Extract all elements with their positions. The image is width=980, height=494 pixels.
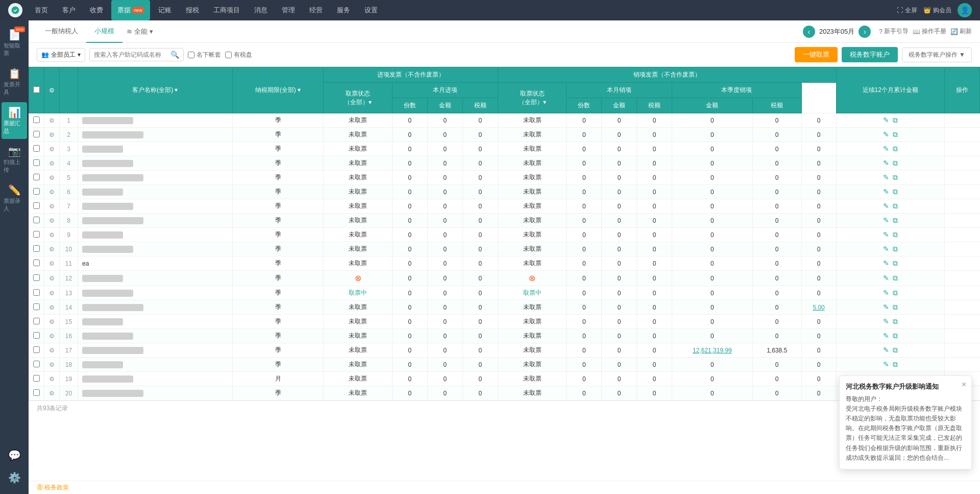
edit-icon[interactable]: ✎ bbox=[883, 202, 889, 210]
row-settings-icon[interactable]: ⚙ bbox=[49, 304, 55, 311]
row-settings-icon[interactable]: ⚙ bbox=[49, 361, 55, 368]
row-settings-icon[interactable]: ⚙ bbox=[49, 203, 55, 210]
edit-icon[interactable]: ✎ bbox=[883, 145, 889, 153]
row-checkbox[interactable] bbox=[33, 116, 40, 123]
copy-icon[interactable]: ⧉ bbox=[893, 116, 898, 124]
copy-icon[interactable]: ⧉ bbox=[893, 360, 898, 368]
row-settings-icon[interactable]: ⚙ bbox=[49, 375, 55, 383]
nav-accounting[interactable]: 记账 bbox=[152, 0, 178, 20]
row-settings-icon[interactable]: ⚙ bbox=[49, 160, 55, 167]
copy-icon[interactable]: ⧉ bbox=[893, 332, 898, 340]
user-avatar[interactable]: 👤 bbox=[958, 3, 972, 17]
row-settings-icon[interactable]: ⚙ bbox=[49, 347, 55, 354]
row-checkbox[interactable] bbox=[33, 289, 40, 296]
nav-invoice[interactable]: 票据 new bbox=[111, 0, 150, 20]
sidebar-chat-button[interactable]: 💬 bbox=[2, 445, 27, 465]
edit-icon[interactable]: ✎ bbox=[883, 187, 889, 196]
edit-icon[interactable]: ✎ bbox=[883, 130, 889, 138]
row-settings-icon[interactable]: ⚙ bbox=[49, 231, 55, 239]
staff-select[interactable]: 👥 全部员工 ▾ bbox=[37, 48, 85, 62]
edit-icon[interactable]: ✎ bbox=[883, 245, 889, 253]
row-checkbox[interactable] bbox=[33, 318, 40, 324]
fullscreen-button[interactable]: ⛶ 全屏 bbox=[897, 6, 917, 15]
copy-icon[interactable]: ⧉ bbox=[893, 259, 898, 267]
copy-icon[interactable]: ⧉ bbox=[893, 274, 898, 282]
row-settings-icon[interactable]: ⚙ bbox=[49, 131, 55, 138]
notification-close-button[interactable]: × bbox=[962, 380, 966, 389]
row-settings-icon[interactable]: ⚙ bbox=[49, 246, 55, 253]
copy-icon[interactable]: ⧉ bbox=[893, 346, 898, 354]
nav-client[interactable]: 客户 bbox=[56, 0, 82, 20]
edit-icon[interactable]: ✎ bbox=[883, 289, 889, 297]
edit-icon[interactable]: ✎ bbox=[883, 360, 889, 368]
row-checkbox[interactable] bbox=[33, 303, 40, 310]
tax-disk-checkbox-label[interactable]: 有税盘 bbox=[225, 51, 252, 59]
edit-icon[interactable]: ✎ bbox=[883, 216, 889, 224]
sidebar-item-invoice-entry[interactable]: ✏️ 票据录入 bbox=[2, 180, 27, 217]
row-checkbox[interactable] bbox=[33, 260, 40, 266]
nav-operation[interactable]: 经营 bbox=[303, 0, 329, 20]
row-checkbox[interactable] bbox=[33, 332, 40, 339]
edit-icon[interactable]: ✎ bbox=[883, 173, 889, 181]
row-checkbox[interactable] bbox=[33, 346, 40, 353]
row-settings-icon[interactable]: ⚙ bbox=[49, 174, 55, 181]
row-settings-icon[interactable]: ⚙ bbox=[49, 117, 55, 124]
row-checkbox[interactable] bbox=[33, 159, 40, 166]
sidebar-item-smart-fetch[interactable]: new 📄 智能取票 bbox=[2, 25, 27, 61]
tax-policy-bar[interactable]: ⑧ 税务政策 bbox=[29, 481, 980, 494]
period-prev-button[interactable]: ‹ bbox=[803, 26, 815, 38]
row-checkbox[interactable] bbox=[33, 245, 40, 252]
edit-icon[interactable]: ✎ bbox=[883, 346, 889, 354]
my-account-checkbox-label[interactable]: 名下帐套 bbox=[188, 51, 221, 59]
row-settings-icon[interactable]: ⚙ bbox=[49, 318, 55, 325]
edit-icon[interactable]: ✎ bbox=[883, 259, 889, 267]
nav-service[interactable]: 服务 bbox=[331, 0, 356, 20]
copy-icon[interactable]: ⧉ bbox=[893, 145, 898, 153]
tab-general-taxpayer[interactable]: 一般纳税人 bbox=[37, 20, 86, 43]
row-settings-icon[interactable]: ⚙ bbox=[49, 390, 55, 397]
row-settings-icon[interactable]: ⚙ bbox=[49, 290, 55, 297]
row-checkbox[interactable] bbox=[33, 217, 40, 223]
copy-icon[interactable]: ⧉ bbox=[893, 289, 898, 297]
row-settings-icon[interactable]: ⚙ bbox=[49, 189, 55, 196]
copy-icon[interactable]: ⧉ bbox=[893, 245, 898, 253]
row-settings-icon[interactable]: ⚙ bbox=[49, 260, 55, 267]
row-settings-icon[interactable]: ⚙ bbox=[49, 275, 55, 282]
copy-icon[interactable]: ⧉ bbox=[893, 159, 898, 167]
tab-all-filter[interactable]: ≋ 全能 ▾ bbox=[122, 27, 157, 36]
tax-disk-checkbox[interactable] bbox=[225, 52, 232, 58]
edit-icon[interactable]: ✎ bbox=[883, 317, 889, 325]
row-checkbox[interactable] bbox=[33, 361, 40, 367]
search-button[interactable]: 🔍 bbox=[170, 51, 179, 59]
member-button[interactable]: 👑 购会员 bbox=[923, 6, 951, 15]
row-checkbox[interactable] bbox=[33, 389, 40, 396]
nav-message[interactable]: 消息 bbox=[248, 0, 274, 20]
row-checkbox[interactable] bbox=[33, 174, 40, 180]
copy-icon[interactable]: ⧉ bbox=[893, 303, 898, 311]
my-account-checkbox[interactable] bbox=[188, 52, 194, 58]
edit-icon[interactable]: ✎ bbox=[883, 230, 889, 239]
nav-home[interactable]: 首页 bbox=[29, 0, 54, 20]
copy-icon[interactable]: ⧉ bbox=[893, 187, 898, 196]
nav-business[interactable]: 工商项目 bbox=[207, 0, 246, 20]
new-guide-link[interactable]: ? 新手引导 bbox=[879, 27, 909, 36]
copy-icon[interactable]: ⧉ bbox=[893, 216, 898, 224]
row-checkbox[interactable] bbox=[33, 274, 40, 281]
manual-link[interactable]: 📖 操作手册 bbox=[913, 27, 946, 36]
sidebar-item-open-invoice[interactable]: 📋 发票开具 bbox=[2, 63, 27, 100]
row-checkbox[interactable] bbox=[33, 375, 40, 382]
copy-icon[interactable]: ⧉ bbox=[893, 173, 898, 181]
copy-icon[interactable]: ⧉ bbox=[893, 202, 898, 210]
nav-settings[interactable]: 设置 bbox=[358, 0, 384, 20]
edit-icon[interactable]: ✎ bbox=[883, 116, 889, 124]
copy-icon[interactable]: ⧉ bbox=[893, 230, 898, 239]
row-checkbox[interactable] bbox=[33, 231, 40, 238]
search-input[interactable] bbox=[94, 51, 170, 58]
edit-icon[interactable]: ✎ bbox=[883, 159, 889, 167]
tab-small-scale[interactable]: 小规模 bbox=[86, 20, 122, 43]
refresh-link[interactable]: 🔄 刷新 bbox=[950, 27, 972, 36]
row-checkbox[interactable] bbox=[33, 202, 40, 209]
row-checkbox[interactable] bbox=[33, 145, 40, 152]
nav-fee[interactable]: 收费 bbox=[84, 0, 109, 20]
sidebar-item-summary[interactable]: 📊 票据汇总 bbox=[2, 102, 27, 139]
